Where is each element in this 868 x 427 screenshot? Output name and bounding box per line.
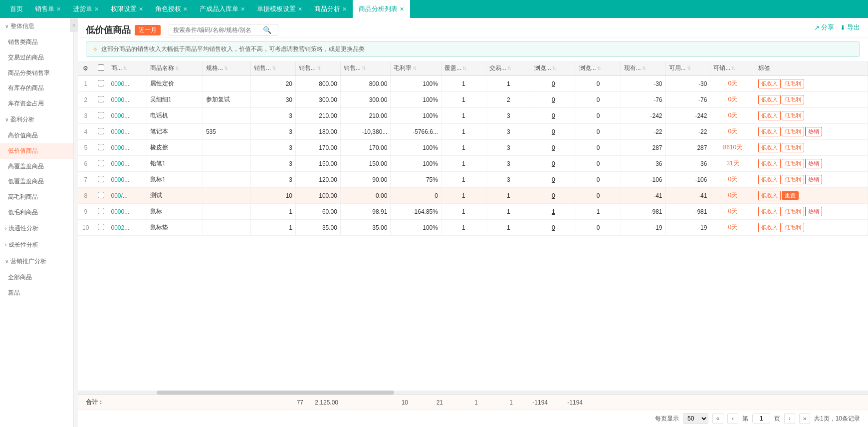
last-page-btn[interactable]: » <box>799 413 810 424</box>
col-code[interactable]: 商...⇅ <box>108 61 147 76</box>
first-page-btn[interactable]: « <box>712 413 723 424</box>
nav-template[interactable]: 单据模板设置 ✕ <box>251 0 308 18</box>
nav-product-analysis-list[interactable]: 商品分析列表 ✕ <box>353 0 410 18</box>
sidebar-item-stock-products[interactable]: 有库存的商品 <box>0 80 73 96</box>
sidebar-group-profit[interactable]: ∨ 盈利分析 <box>0 111 73 128</box>
sidebar-item-low-coverage[interactable]: 低覆盖度商品 <box>0 174 73 189</box>
col-sales1[interactable]: 销售...⇅ <box>251 61 296 76</box>
sidebar-item-all-products[interactable]: 全部商品 <box>0 270 73 285</box>
next-page-btn[interactable]: › <box>784 413 795 424</box>
nav-permission[interactable]: 权限设置 ✕ <box>105 0 149 18</box>
sidebar-item-high-margin[interactable]: 高毛利商品 <box>0 189 73 205</box>
nav-role[interactable]: 角色授权 ✕ <box>149 0 194 18</box>
row-select-checkbox[interactable] <box>98 176 104 182</box>
sidebar-item-high-coverage[interactable]: 高覆盖度商品 <box>0 159 73 174</box>
sidebar-item-low-value[interactable]: 低价值商品 <box>0 143 73 159</box>
col-select-all[interactable] <box>94 61 108 76</box>
nav-role-close[interactable]: ✕ <box>183 6 188 12</box>
per-page-select[interactable]: 50 20 100 <box>683 413 708 424</box>
sidebar-item-category-sales-rate[interactable]: 商品分类销售率 <box>0 65 73 81</box>
nav-product-analysis-close[interactable]: ✕ <box>342 6 347 12</box>
row-select-checkbox[interactable] <box>98 128 104 134</box>
col-browse2[interactable]: 浏览...⇅ <box>576 61 621 76</box>
nav-product-analysis[interactable]: 商品分析 ✕ <box>308 0 353 18</box>
col-settings[interactable]: ⚙ <box>78 61 94 76</box>
search-icon[interactable]: 🔍 <box>263 26 271 34</box>
sidebar-item-traded-products[interactable]: 交易过的商品 <box>0 50 73 65</box>
col-available[interactable]: 可用...⇅ <box>665 61 710 76</box>
browse1-link[interactable]: 0 <box>552 144 555 151</box>
sidebar-item-sales-products[interactable]: 销售类商品 <box>0 34 73 50</box>
row-browse1[interactable]: 0 <box>531 92 576 108</box>
row-select-checkbox[interactable] <box>98 96 104 102</box>
col-tags[interactable]: 标签 <box>755 61 868 76</box>
browse1-link[interactable]: 0 <box>552 176 555 183</box>
row-browse1[interactable]: 0 <box>531 140 576 156</box>
time-filter-badge[interactable]: 近一月 <box>135 25 161 35</box>
row-browse1[interactable]: 0 <box>531 220 576 236</box>
row-select-checkbox[interactable] <box>98 144 104 150</box>
col-sellable[interactable]: 可销...⇅ <box>710 61 755 76</box>
nav-purchase-close[interactable]: ✕ <box>94 6 99 12</box>
row-checkbox-cell <box>94 140 108 156</box>
export-button[interactable]: ⬇ 导出 <box>840 23 860 32</box>
browse1-link[interactable]: 0 <box>552 224 555 231</box>
share-button[interactable]: ↗ 分享 <box>814 23 834 32</box>
browse1-link[interactable]: 1 <box>552 208 555 215</box>
search-input[interactable] <box>173 26 263 33</box>
col-coverage[interactable]: 覆盖...⇅ <box>441 61 486 76</box>
row-select-checkbox[interactable] <box>98 208 104 214</box>
browse1-link[interactable]: 0 <box>552 80 555 87</box>
content-header: 低价值商品 近一月 🔍 ↗ 分享 ⬇ 导出 <box>78 18 868 37</box>
sidebar-item-new-products[interactable]: 新品 <box>0 285 73 301</box>
row-select-checkbox[interactable] <box>98 192 104 198</box>
browse1-link[interactable]: 0 <box>552 128 555 135</box>
col-browse1[interactable]: 浏览...⇅ <box>531 61 576 76</box>
row-select-checkbox[interactable] <box>98 112 104 118</box>
nav-template-close[interactable]: ✕ <box>298 6 302 12</box>
sidebar-group-liquidity[interactable]: › 流通性分析 <box>0 220 73 237</box>
row-select-checkbox[interactable] <box>98 224 104 230</box>
sidebar-item-low-margin[interactable]: 低毛利商品 <box>0 205 73 220</box>
nav-product-storage-close[interactable]: ✕ <box>240 6 245 12</box>
sidebar-group-marketing[interactable]: ∨ 营销推广分析 <box>0 253 73 270</box>
sidebar-group-overview[interactable]: ∨ 整体信息 <box>0 18 73 34</box>
nav-permission-close[interactable]: ✕ <box>139 6 143 12</box>
row-browse1[interactable]: 0 <box>531 76 576 92</box>
browse1-link[interactable]: 0 <box>552 112 555 119</box>
sidebar-group-growth[interactable]: › 成长性分析 <box>0 237 73 253</box>
nav-home[interactable]: 首页 <box>4 0 29 18</box>
browse1-link[interactable]: 0 <box>552 192 555 199</box>
row-select-checkbox[interactable] <box>98 160 104 166</box>
row-browse1[interactable]: 0 <box>531 188 576 204</box>
browse1-link[interactable]: 0 <box>552 160 555 167</box>
page-number-input[interactable] <box>752 414 770 424</box>
select-all-checkbox[interactable] <box>98 64 104 71</box>
nav-product-analysis-list-close[interactable]: ✕ <box>400 6 404 12</box>
nav-sales-close[interactable]: ✕ <box>56 6 61 12</box>
row-browse1[interactable]: 1 <box>531 204 576 220</box>
prev-page-btn[interactable]: ‹ <box>727 413 738 424</box>
col-current[interactable]: 现有...⇅ <box>621 61 665 76</box>
nav-sales[interactable]: 销售单 ✕ <box>29 0 67 18</box>
nav-purchase[interactable]: 进货单 ✕ <box>67 0 105 18</box>
row-browse1[interactable]: 0 <box>531 108 576 124</box>
sidebar-item-inventory-fund[interactable]: 库存资金占用 <box>0 96 73 111</box>
table-container[interactable]: ⚙ 商...⇅ 商品名称⇅ 规格...⇅ 销售...⇅ 销售...⇅ 销售...… <box>78 61 868 391</box>
sidebar-item-high-value[interactable]: 高价值商品 <box>0 128 73 143</box>
col-sales2[interactable]: 销售...⇅ <box>296 61 341 76</box>
nav-product-storage[interactable]: 产成品入库单 ✕ <box>194 0 251 18</box>
col-name[interactable]: 商品名称⇅ <box>147 61 203 76</box>
row-browse1[interactable]: 0 <box>531 172 576 188</box>
col-margin[interactable]: 毛利率⇅ <box>391 61 441 76</box>
row-browse1[interactable]: 0 <box>531 124 576 140</box>
scrollbar-thumb[interactable] <box>157 391 394 395</box>
col-trade[interactable]: 交易...⇅ <box>486 61 531 76</box>
horizontal-scrollbar[interactable] <box>78 391 868 395</box>
sidebar-collapse-btn[interactable]: « <box>70 18 78 32</box>
row-browse1[interactable]: 0 <box>531 156 576 172</box>
row-select-checkbox[interactable] <box>98 80 104 86</box>
browse1-link[interactable]: 0 <box>552 96 555 103</box>
col-spec[interactable]: 规格...⇅ <box>203 61 250 76</box>
col-sales3[interactable]: 销售...⇅ <box>340 61 390 76</box>
